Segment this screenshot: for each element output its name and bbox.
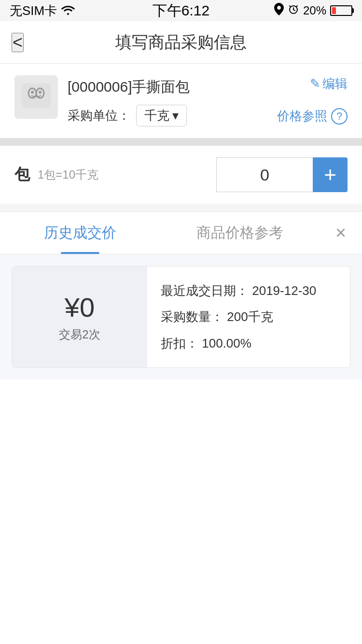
tab-history-price[interactable]: 历史成交价 <box>0 212 160 254</box>
amount-value: 0 <box>80 292 95 322</box>
edit-button[interactable]: ✎ 编辑 <box>310 75 348 92</box>
status-bar: 无SIM卡 下午6:12 20% <box>0 0 362 21</box>
edit-icon: ✎ <box>310 76 320 91</box>
currency-symbol: ¥ <box>65 292 80 322</box>
svg-point-5 <box>39 91 42 94</box>
recent-date-value: 2019-12-30 <box>252 283 316 298</box>
edit-label: 编辑 <box>322 75 348 92</box>
page-title: 填写商品采购信息 <box>115 31 247 54</box>
price-ref-label: 价格参照 <box>277 108 327 125</box>
history-price-content: ¥0 交易2次 最近成交日期： 2019-12-30 采购数量： 200千克 折… <box>0 254 362 379</box>
carrier-label: 无SIM卡 <box>10 2 57 19</box>
unit-value: 千克 <box>144 107 169 124</box>
product-logo-icon <box>22 84 51 111</box>
svg-point-4 <box>31 91 34 94</box>
discount-row: 折扣： 100.00% <box>161 335 336 352</box>
quantity-label-group: 包 1包=10千克 <box>14 164 98 185</box>
recent-date-label: 最近成交日期： <box>161 283 249 298</box>
discount-label: 折扣： <box>161 336 198 350</box>
quantity-row: 采购数量： 200千克 <box>161 308 336 325</box>
tabs-header: 历史成交价 商品价格参考 × <box>0 212 362 254</box>
recent-date-row: 最近成交日期： 2019-12-30 <box>161 282 336 299</box>
tabs-section: 历史成交价 商品价格参考 × ¥0 交易2次 最近成交日期： 2019-12-3… <box>0 211 362 379</box>
price-card-right: 最近成交日期： 2019-12-30 采购数量： 200千克 折扣： 100.0… <box>147 266 350 367</box>
help-icon[interactable]: ? <box>331 108 348 125</box>
status-right: 20% <box>274 3 352 18</box>
section-divider <box>0 138 362 146</box>
nav-bar: < 填写商品采购信息 <box>0 21 362 64</box>
location-icon <box>274 3 284 18</box>
tabs-close-button[interactable]: × <box>320 212 362 254</box>
tab-price-ref-label: 商品价格参考 <box>196 223 283 243</box>
quantity-equiv: 1包=10千克 <box>38 167 98 182</box>
quantity-plus-button[interactable]: + <box>313 157 348 192</box>
wifi-icon <box>61 3 75 18</box>
product-info: [0000006]手撕面包 采购单位： 千克 ▾ <box>68 75 190 126</box>
price-amount: ¥0 <box>65 292 95 323</box>
back-button[interactable]: < <box>12 33 24 52</box>
unit-label: 采购单位： <box>68 107 130 124</box>
product-thumbnail <box>14 75 58 119</box>
price-card: ¥0 交易2次 最近成交日期： 2019-12-30 采购数量： 200千克 折… <box>12 266 350 368</box>
price-ref-button[interactable]: 价格参照 ? <box>277 108 348 125</box>
page-body <box>0 379 362 644</box>
product-section: [0000006]手撕面包 采购单位： 千克 ▾ ✎ 编辑 价格参照 ? <box>0 64 362 138</box>
unit-select[interactable]: 千克 ▾ <box>136 105 187 126</box>
quantity-unit-icon: 包 <box>14 164 30 185</box>
battery-percent: 20% <box>303 4 326 17</box>
quantity-section: 包 1包=10千克 + <box>0 146 362 204</box>
discount-value: 100.00% <box>202 336 251 350</box>
price-trades: 交易2次 <box>59 327 100 342</box>
quantity-input-group: + <box>216 157 348 192</box>
alarm-icon <box>288 3 299 18</box>
time-label: 下午6:12 <box>153 1 209 21</box>
chevron-down-icon: ▾ <box>172 108 179 123</box>
tab-history-label: 历史成交价 <box>44 223 116 243</box>
price-card-left: ¥0 交易2次 <box>12 266 147 367</box>
tab-price-ref[interactable]: 商品价格参考 <box>160 212 320 254</box>
quantity-value: 200千克 <box>227 309 273 324</box>
product-name: [0000006]手撕面包 <box>68 77 190 97</box>
product-unit-row: 采购单位： 千克 ▾ <box>68 105 190 126</box>
status-left: 无SIM卡 <box>10 2 75 19</box>
quantity-label: 采购数量： <box>161 309 223 324</box>
battery-icon <box>330 5 352 16</box>
tab-active-indicator <box>61 252 99 254</box>
quantity-input[interactable] <box>216 157 313 192</box>
